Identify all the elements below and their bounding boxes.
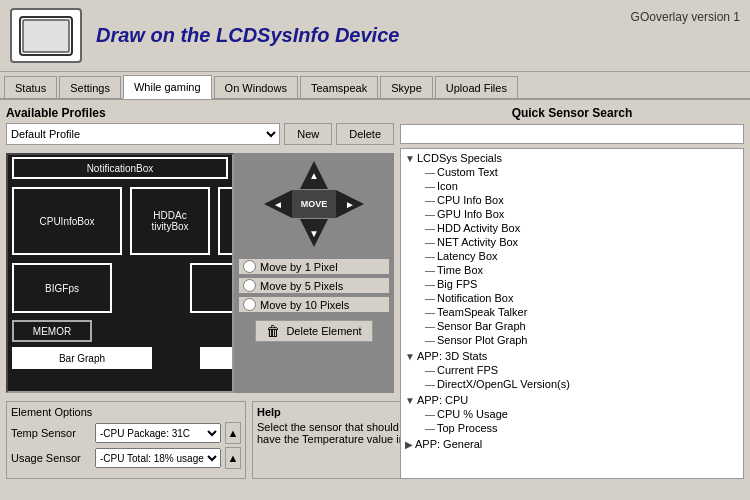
tab-bar: Status Settings While gaming On Windows … — [0, 72, 750, 100]
canvas-area[interactable]: NotificationBox CPUInfoBox HDDAc tivityB… — [6, 153, 234, 393]
move-1-radio[interactable] — [243, 260, 256, 273]
move-1-pixel-row: Move by 1 Pixel — [239, 259, 389, 274]
tree-item-big-fps[interactable]: — Big FPS — [423, 277, 741, 291]
tree-item-gpu-info-box[interactable]: — GPU Info Box — [423, 207, 741, 221]
tab-teamspeak[interactable]: Teamspeak — [300, 76, 378, 98]
title-bar: Draw on the LCDSysInfo Device GOoverlay … — [0, 0, 750, 72]
usage-sensor-select[interactable]: -CPU Total: 18% usage — [95, 448, 221, 468]
tree-root-lcdsys[interactable]: ▼ LCDSys Specials — [403, 151, 741, 165]
tree-item-cpu-info-box[interactable]: — CPU Info Box — [423, 193, 741, 207]
right-panel: Quick Sensor Search ▼ LCDSys Specials — … — [400, 106, 744, 479]
time-box[interactable]: TIMEBox — [190, 263, 234, 313]
tree-group-lcdsys: ▼ LCDSys Specials — Custom Text — Icon —… — [403, 151, 741, 347]
hdd-activity-box[interactable]: HDDAc tivityBox — [130, 187, 210, 255]
tree-group-3d: ▼ APP: 3D Stats — Current FPS — DirectX/… — [403, 349, 741, 391]
move-center-label: MOVE — [292, 190, 336, 218]
bar-graph-left[interactable]: Bar Graph — [12, 347, 152, 369]
tree-item-directx[interactable]: — DirectX/OpenGL Version(s) — [423, 377, 741, 391]
mem-box[interactable]: MEMOR — [12, 320, 92, 342]
gpu-info-box[interactable]: GPUInfoBox — [218, 187, 234, 255]
tree-item-cpu-usage[interactable]: — CPU % Usage — [423, 407, 741, 421]
diamond-container: ▲ ◄ MOVE ► ▼ — [264, 161, 364, 251]
tab-settings[interactable]: Settings — [59, 76, 121, 98]
tree-item-current-fps[interactable]: — Current FPS — [423, 363, 741, 377]
tree-group-cpu: ▼ APP: CPU — CPU % Usage — Top Process — [403, 393, 741, 435]
svg-rect-1 — [23, 20, 69, 52]
move-5-pixel-row: Move by 5 Pixels — [239, 278, 389, 293]
tab-skype[interactable]: Skype — [380, 76, 433, 98]
bar-graph-right[interactable]: Bar Graph — [200, 347, 234, 369]
app-version: GOoverlay version 1 — [631, 10, 740, 24]
cpu-info-box[interactable]: CPUInfoBox — [12, 187, 122, 255]
profiles-section: Available Profiles Default Profile New D… — [6, 106, 394, 149]
move-10-pixel-row: Move by 10 Pixels — [239, 297, 389, 312]
tab-upload-files[interactable]: Upload Files — [435, 76, 518, 98]
move-up-button[interactable]: ▲ — [300, 161, 328, 189]
big-fps-box[interactable]: BIGFps — [12, 263, 112, 313]
help-text: Select the sensor that should have the T… — [257, 421, 407, 445]
tree-item-teamspeak-talker[interactable]: — TeamSpeak Talker — [423, 305, 741, 319]
left-panel: Available Profiles Default Profile New D… — [6, 106, 394, 479]
tree-group-general: ▶ APP: General — [403, 437, 741, 451]
move-10-radio[interactable] — [243, 298, 256, 311]
temp-sensor-row: Temp Sensor -CPU Package: 31C ▲ — [11, 422, 241, 444]
search-input[interactable] — [400, 124, 744, 144]
tree-item-net-activity-box[interactable]: — NET Activity Box — [423, 235, 741, 249]
tree-item-sensor-plot-graph[interactable]: — Sensor Plot Graph — [423, 333, 741, 347]
tree-item-custom-text[interactable]: — Custom Text — [423, 165, 741, 179]
tab-status[interactable]: Status — [4, 76, 57, 98]
usage-sensor-row: Usage Sensor -CPU Total: 18% usage ▲ — [11, 447, 241, 469]
trash-icon: 🗑 — [266, 323, 280, 339]
tree-item-hdd-activity-box[interactable]: — HDD Activity Box — [423, 221, 741, 235]
expand-icon-cpu: ▼ — [405, 395, 415, 406]
tree-group-lcdsys-label: LCDSys Specials — [417, 152, 502, 164]
move-right-button[interactable]: ► — [336, 190, 364, 218]
tree-item-latency-box[interactable]: — Latency Box — [423, 249, 741, 263]
quick-search-label: Quick Sensor Search — [400, 106, 744, 120]
tab-on-windows[interactable]: On Windows — [214, 76, 298, 98]
profiles-row: Default Profile New Delete — [6, 123, 394, 145]
temp-sensor-select[interactable]: -CPU Package: 31C — [95, 423, 221, 443]
usage-scroll-up[interactable]: ▲ — [225, 447, 241, 469]
element-options: Element Options Temp Sensor -CPU Package… — [6, 401, 246, 479]
bottom-section: Element Options Temp Sensor -CPU Package… — [6, 401, 394, 479]
tree-item-notification-box[interactable]: — Notification Box — [423, 291, 741, 305]
tree-group-general-label: APP: General — [415, 438, 482, 450]
delete-profile-button[interactable]: Delete — [336, 123, 394, 145]
usage-sensor-label: Usage Sensor — [11, 452, 91, 464]
tab-while-gaming[interactable]: While gaming — [123, 75, 212, 99]
temp-sensor-label: Temp Sensor — [11, 427, 91, 439]
tree-root-3d[interactable]: ▼ APP: 3D Stats — [403, 349, 741, 363]
app-title: Draw on the LCDSysInfo Device — [96, 24, 399, 47]
help-section: Help Select the sensor that should have … — [252, 401, 412, 479]
profile-select[interactable]: Default Profile — [6, 123, 280, 145]
device-icon — [10, 8, 82, 63]
tree-group-3d-label: APP: 3D Stats — [417, 350, 487, 362]
tree-root-general[interactable]: ▶ APP: General — [403, 437, 741, 451]
tree-item-icon[interactable]: — Icon — [423, 179, 741, 193]
move-down-button[interactable]: ▼ — [300, 219, 328, 247]
temp-scroll-up[interactable]: ▲ — [225, 422, 241, 444]
canvas-wrapper: NotificationBox CPUInfoBox HDDAc tivityB… — [6, 153, 234, 393]
notification-box[interactable]: NotificationBox — [12, 157, 228, 179]
move-5-radio[interactable] — [243, 279, 256, 292]
expand-icon-general: ▶ — [405, 439, 413, 450]
new-button[interactable]: New — [284, 123, 332, 145]
move-left-button[interactable]: ◄ — [264, 190, 292, 218]
element-options-title: Element Options — [11, 406, 241, 418]
sensor-tree: ▼ LCDSys Specials — Custom Text — Icon —… — [400, 148, 744, 479]
tree-item-sensor-bar-graph[interactable]: — Sensor Bar Graph — [423, 319, 741, 333]
tree-group-cpu-label: APP: CPU — [417, 394, 468, 406]
help-title: Help — [257, 406, 407, 418]
canvas-and-controls: NotificationBox CPUInfoBox HDDAc tivityB… — [6, 153, 394, 393]
tree-children-cpu: — CPU % Usage — Top Process — [403, 407, 741, 435]
delete-element-button[interactable]: 🗑 Delete Element — [255, 320, 372, 342]
tree-children-3d: — Current FPS — DirectX/OpenGL Version(s… — [403, 363, 741, 391]
expand-icon-3d: ▼ — [405, 351, 415, 362]
main-content: Available Profiles Default Profile New D… — [0, 100, 750, 485]
tree-root-cpu[interactable]: ▼ APP: CPU — [403, 393, 741, 407]
expand-icon: ▼ — [405, 153, 415, 164]
tree-item-time-box[interactable]: — Time Box — [423, 263, 741, 277]
profiles-label: Available Profiles — [6, 106, 394, 120]
tree-item-top-process[interactable]: — Top Process — [423, 421, 741, 435]
